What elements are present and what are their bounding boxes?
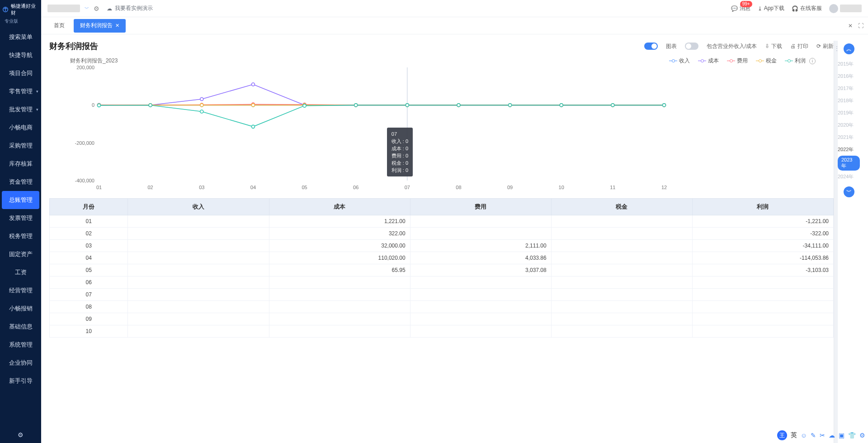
download-button[interactable]: ⇩下载 bbox=[765, 43, 782, 50]
table-cell: 02 bbox=[50, 228, 128, 240]
table-cell bbox=[269, 276, 410, 289]
info-icon[interactable]: i bbox=[809, 58, 816, 64]
table-cell bbox=[128, 325, 269, 338]
sidebar-item-3[interactable]: 零售管理▾ bbox=[0, 82, 41, 100]
tab-home[interactable]: 首页 bbox=[47, 19, 71, 33]
headset-icon: 🎧 bbox=[792, 5, 798, 12]
topbar-gear-icon[interactable]: ⚙ bbox=[94, 5, 99, 12]
legend-tax[interactable]: 税金 bbox=[756, 57, 777, 65]
print-button[interactable]: 🖨打印 bbox=[790, 43, 808, 50]
year-option[interactable]: 2016年 bbox=[838, 70, 860, 82]
sidebar-item-12[interactable]: 固定资产 bbox=[0, 245, 41, 263]
sidebar-item-6[interactable]: 采购管理 bbox=[0, 137, 41, 155]
table-cell bbox=[128, 301, 269, 313]
ime-gear-icon[interactable]: ⚙ bbox=[859, 432, 865, 439]
year-option[interactable]: 2021年 bbox=[838, 131, 860, 143]
ime-lang[interactable]: 英 bbox=[791, 431, 797, 439]
panel-drag-handle[interactable] bbox=[834, 41, 837, 443]
sidebar-item-4[interactable]: 批发管理▾ bbox=[0, 100, 41, 119]
table-cell bbox=[692, 276, 833, 289]
messages-link[interactable]: 💬 消息 99+ bbox=[731, 5, 750, 12]
table-cell: 3,037.08 bbox=[410, 264, 551, 276]
legend-cost[interactable]: 成本 bbox=[698, 57, 719, 65]
chevron-down-icon: ▾ bbox=[36, 89, 38, 94]
table-cell bbox=[269, 289, 410, 301]
table-cell bbox=[269, 313, 410, 325]
table-cell bbox=[128, 252, 269, 264]
table-cell: 06 bbox=[50, 276, 128, 289]
table-row: 09 bbox=[50, 313, 834, 325]
tab-close-all-icon[interactable]: ✕ bbox=[848, 23, 853, 29]
table-cell: 08 bbox=[50, 301, 128, 313]
ime-cloud-icon[interactable]: ☁ bbox=[829, 432, 835, 439]
year-option[interactable]: 2018年 bbox=[838, 95, 860, 107]
fullscreen-icon[interactable]: ⛶ bbox=[858, 23, 863, 29]
chart-toggle[interactable] bbox=[644, 43, 658, 50]
year-option[interactable]: 2020年 bbox=[838, 119, 860, 131]
table-cell bbox=[692, 313, 833, 325]
year-option[interactable]: 2022年 bbox=[838, 143, 860, 156]
year-option[interactable]: 2015年 bbox=[838, 58, 860, 70]
cloud-icon: ☁ bbox=[107, 5, 112, 12]
close-icon[interactable]: ✕ bbox=[115, 23, 119, 29]
customer-service-link[interactable]: 🎧 在线客服 bbox=[792, 5, 822, 12]
ime-camera-icon[interactable]: ▣ bbox=[839, 432, 844, 439]
sidebar-item-0[interactable]: 搜索菜单 bbox=[0, 28, 41, 46]
ime-smile-icon[interactable]: ☺ bbox=[801, 432, 807, 439]
sidebar-item-18[interactable]: 企业协同 bbox=[0, 354, 41, 372]
year-scroll-down[interactable]: ︾ bbox=[844, 186, 854, 197]
sidebar-item-7[interactable]: 库存核算 bbox=[0, 155, 41, 173]
sidebar-item-17[interactable]: 系统管理 bbox=[0, 336, 41, 354]
sidebar-item-8[interactable]: 资金管理 bbox=[0, 173, 41, 191]
ime-shirt-icon[interactable]: 👕 bbox=[848, 432, 856, 439]
refresh-button[interactable]: ⟳刷新 bbox=[816, 43, 834, 50]
table-cell bbox=[128, 240, 269, 252]
sidebar-item-19[interactable]: 新手引导 bbox=[0, 372, 41, 390]
sidebar-item-15[interactable]: 小畅报销 bbox=[0, 300, 41, 318]
ime-badge-icon[interactable]: 王 bbox=[777, 430, 787, 440]
include-toggle-label: 包含营业外收入/成本 bbox=[707, 43, 757, 50]
table-header: 成本 bbox=[269, 199, 410, 215]
year-panel: ︽ 2015年2016年2017年2018年2019年2020年2021年202… bbox=[837, 41, 860, 443]
app-download-link[interactable]: ⤓ App下载 bbox=[758, 5, 784, 12]
sidebar-item-2[interactable]: 项目合同 bbox=[0, 64, 41, 82]
year-option[interactable]: 2017年 bbox=[838, 82, 860, 95]
ime-bar: 王 英 ☺ ✎ ✂ ☁ ▣ 👕 ⚙ bbox=[777, 430, 865, 440]
brand: 畅捷通好业财 bbox=[0, 0, 41, 19]
year-option[interactable]: 2024年 bbox=[838, 171, 860, 183]
user-menu[interactable]: 用户名称 bbox=[829, 4, 862, 13]
table-row: 06 bbox=[50, 276, 834, 289]
table-cell bbox=[410, 289, 551, 301]
ime-edit-icon[interactable]: ✎ bbox=[811, 432, 816, 439]
sidebar-item-16[interactable]: 基础信息 bbox=[0, 318, 41, 336]
sidebar-item-5[interactable]: 小畅电商 bbox=[0, 119, 41, 137]
table-cell: 110,020.00 bbox=[269, 252, 410, 264]
legend-expense[interactable]: 费用 bbox=[727, 57, 748, 65]
sidebar-item-1[interactable]: 快捷导航 bbox=[0, 46, 41, 64]
sidebar-item-14[interactable]: 经营管理 bbox=[0, 281, 41, 300]
table-row: 07 bbox=[50, 289, 834, 301]
sidebar-item-13[interactable]: 工资 bbox=[0, 263, 41, 281]
table-cell: 2,111.00 bbox=[410, 240, 551, 252]
svg-point-67 bbox=[149, 104, 152, 107]
sidebar-item-11[interactable]: 税务管理 bbox=[0, 227, 41, 245]
year-scroll-up[interactable]: ︽ bbox=[844, 43, 854, 54]
svg-text:03: 03 bbox=[199, 185, 204, 190]
year-option[interactable]: 2019年 bbox=[838, 107, 860, 119]
legend: 收入 成本 费用 税金 利润i bbox=[669, 57, 816, 65]
company-selector[interactable]: 株式会社名称 ﹀ bbox=[47, 5, 89, 12]
refresh-text: 刷新 bbox=[823, 43, 834, 50]
download-text: 下载 bbox=[771, 43, 782, 50]
table-cell: -1,221.00 bbox=[692, 215, 833, 228]
legend-profit[interactable]: 利润i bbox=[785, 57, 816, 65]
sidebar-item-9[interactable]: 总账管理 bbox=[2, 191, 39, 209]
year-option[interactable]: 2023年 bbox=[838, 156, 860, 171]
settings-gear[interactable]: ⚙ bbox=[0, 427, 41, 443]
table-cell bbox=[551, 276, 692, 289]
sidebar-item-10[interactable]: 发票管理 bbox=[0, 209, 41, 227]
tab-report[interactable]: 财务利润报告 ✕ bbox=[74, 19, 126, 33]
include-toggle[interactable] bbox=[685, 43, 698, 50]
demo-link[interactable]: ☁ 我要看实例演示 bbox=[107, 5, 153, 12]
ime-scissors-icon[interactable]: ✂ bbox=[820, 432, 825, 439]
table-cell bbox=[551, 228, 692, 240]
